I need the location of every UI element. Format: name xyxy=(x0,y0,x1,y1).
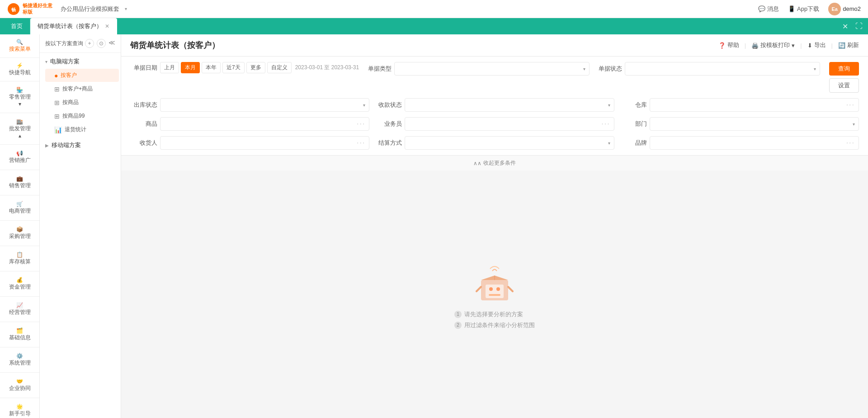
settlement-label: 结算方式 xyxy=(375,139,402,147)
collapse-panel-button[interactable]: ≪ xyxy=(108,39,115,48)
operation-icon: 📈 xyxy=(2,302,38,309)
order-status-dropdown-icon: ▾ xyxy=(814,66,816,71)
sidebar-item-newuser[interactable]: 🌟 新手引导 xyxy=(0,398,39,418)
export-button[interactable]: ⬇ 导出 xyxy=(807,41,826,49)
scheme-item-label: 按客户 xyxy=(61,71,77,79)
tab-close-window-button[interactable]: ✕ xyxy=(840,20,850,33)
date-filter-label: 单据日期 xyxy=(130,64,157,72)
user-area[interactable]: Ea demo2 xyxy=(828,3,861,15)
sidebar-item-retail[interactable]: 🏪 零售管理 ▾ xyxy=(0,81,39,113)
enterprise-icon: 🤝 xyxy=(2,378,38,385)
order-status-select[interactable]: ▾ xyxy=(625,62,820,76)
sidebar-item-inventory[interactable]: 📋 库存核算 xyxy=(0,246,39,271)
department-select[interactable]: ▾ xyxy=(650,117,859,131)
date-btn-last-7[interactable]: 近7天 xyxy=(222,62,245,73)
collapse-up-icon: ∧∧ xyxy=(473,160,481,166)
desktop-group-header[interactable]: ▾ 电脑端方案 xyxy=(40,55,121,68)
logo-text: 畅捷通好生意 标版 xyxy=(23,3,52,14)
date-btn-custom[interactable]: 自定义 xyxy=(267,62,292,73)
svg-rect-5 xyxy=(486,285,504,298)
receiver-select[interactable]: ··· xyxy=(160,136,369,150)
scheme-item-by-customer-goods[interactable]: ⊞ 按客户+商品 xyxy=(45,82,119,95)
scheme-item-label: 退货统计 xyxy=(65,126,86,133)
sidebar-item-ecommerce[interactable]: 🛒 电商管理 xyxy=(0,195,39,221)
empty-tip-1: 1 请先选择要分析的方案 xyxy=(454,310,535,318)
scheme-item-by-goods[interactable]: ⊞ 按商品 xyxy=(45,96,119,109)
empty-tip-2: 2 用过滤条件来缩小分析范围 xyxy=(454,321,535,329)
avatar: Ea xyxy=(828,3,841,15)
sidebar-item-purchase[interactable]: 📦 采购管理 xyxy=(0,221,39,246)
app-download-button[interactable]: 📱 App下载 xyxy=(788,5,819,13)
basics-icon: 🗂️ xyxy=(2,328,38,334)
sidebar-item-sales[interactable]: 💼 销售管理 xyxy=(0,170,39,195)
salesperson-dots-icon: ··· xyxy=(601,120,610,128)
receiver-label: 收货人 xyxy=(130,139,157,147)
header-right: 💬 消息 📱 App下载 Ea demo2 xyxy=(758,3,861,15)
customer-goods-scheme-icon: ⊞ xyxy=(54,86,60,93)
date-btn-last-month[interactable]: 上月 xyxy=(160,62,179,73)
ecommerce-icon: 🛒 xyxy=(2,201,38,207)
content-area: 按以下方案查询 + ⊙ ≪ ▾ 电脑端方案 ● 按客户 xyxy=(40,34,868,418)
page-header-top: 销货单统计表（按客户） ❓ 帮助 | 🖨️ 按模板打印 ▾ | xyxy=(130,40,859,51)
scheme-item-return-stats[interactable]: 📊 退货统计 xyxy=(45,123,119,136)
date-btn-this-month[interactable]: 本月 xyxy=(181,62,200,73)
query-button[interactable]: 查询 xyxy=(829,62,859,76)
desktop-group-label: 电脑端方案 xyxy=(50,57,80,66)
print-button[interactable]: 🖨️ 按模板打印 ▾ xyxy=(751,41,795,49)
payment-status-select[interactable]: ▾ xyxy=(405,98,614,112)
department-dropdown-icon: ▾ xyxy=(853,122,855,127)
scheme-item-by-customer[interactable]: ● 按客户 xyxy=(45,69,119,82)
date-btn-this-year[interactable]: 本年 xyxy=(202,62,221,73)
sidebar-search[interactable]: 🔍 搜索菜单 xyxy=(0,34,39,58)
svg-line-10 xyxy=(508,287,513,291)
goods-select[interactable]: ··· xyxy=(160,117,369,131)
stock-status-select[interactable]: ▾ xyxy=(160,98,369,112)
help-button[interactable]: ❓ 帮助 xyxy=(718,41,739,49)
receiver-dots-icon: ··· xyxy=(357,139,365,147)
tab-close-icon[interactable]: ✕ xyxy=(105,23,109,29)
mobile-scheme-group[interactable]: ▶ 移动端方案 xyxy=(40,138,121,152)
tab-maximize-button[interactable]: ⛶ xyxy=(854,20,864,33)
sidebar-quick-nav[interactable]: ⚡ 快捷导航 xyxy=(0,58,39,81)
mobile-group-label: 移动端方案 xyxy=(52,141,81,149)
empty-state: 1 请先选择要分析的方案 2 用过滤条件来缩小分析范围 xyxy=(121,171,868,418)
goods-scheme-icon: ⊞ xyxy=(54,99,60,106)
salesperson-label: 业务员 xyxy=(375,120,402,128)
payment-status-dropdown-icon: ▾ xyxy=(608,103,610,108)
system-title: 办公用品行业模拟账套 xyxy=(61,5,119,13)
search-icon: 🔍 xyxy=(4,39,36,45)
sidebar-item-finance[interactable]: 💰 资金管理 xyxy=(0,271,39,297)
sidebar-item-wholesale[interactable]: 🏬 批发管理 ▴ xyxy=(0,113,39,145)
purchase-icon: 📦 xyxy=(2,226,38,233)
warehouse-select[interactable]: ··· xyxy=(650,98,859,112)
tab-bar-actions: ✕ ⛶ xyxy=(840,20,864,33)
help-icon: ❓ xyxy=(718,42,726,49)
order-type-select[interactable]: ▾ xyxy=(394,62,590,76)
customer-scheme-icon: ● xyxy=(54,72,58,79)
date-btn-more[interactable]: 更多 xyxy=(246,62,265,73)
print-icon: 🖨️ xyxy=(751,42,759,49)
brand-select[interactable]: ··· xyxy=(650,136,859,150)
header-left: 畅 畅捷通好生意 标版 办公用品行业模拟账套 ▾ xyxy=(7,3,127,15)
home-tab-label: 首页 xyxy=(11,22,23,30)
sidebar-item-basics[interactable]: 🗂️ 基础信息 xyxy=(0,322,39,347)
order-type-label: 单据类型 xyxy=(364,65,392,73)
scheme-item-by-goods-99[interactable]: ⊞ 按商品99 xyxy=(45,109,119,123)
sidebar-item-system[interactable]: ⚙️ 系统管理 xyxy=(0,347,39,373)
message-button[interactable]: 💬 消息 xyxy=(758,5,779,13)
system-title-dropdown-icon[interactable]: ▾ xyxy=(125,6,127,11)
sidebar-item-marketing[interactable]: 📢 营销推广 xyxy=(0,145,39,170)
salesperson-select[interactable]: ··· xyxy=(405,117,614,131)
message-icon: 💬 xyxy=(758,5,765,12)
add-scheme-button[interactable]: + xyxy=(85,39,94,48)
settings-scheme-button[interactable]: ⊙ xyxy=(97,39,106,48)
sidebar-item-operation[interactable]: 📈 经营管理 xyxy=(0,297,39,322)
tab-sales-summary[interactable]: 销货单统计表（按客户） ✕ xyxy=(30,18,117,34)
sidebar-item-enterprise[interactable]: 🤝 企业协同 xyxy=(0,373,39,398)
tab-home[interactable]: 首页 xyxy=(4,18,30,34)
setting-button[interactable]: 设置 xyxy=(829,78,859,93)
settlement-select[interactable]: ▾ xyxy=(405,136,614,150)
collapse-bar[interactable]: ∧∧ 收起更多条件 xyxy=(121,155,868,171)
svg-point-6 xyxy=(489,287,493,291)
refresh-button[interactable]: 🔄 刷新 xyxy=(838,41,859,49)
